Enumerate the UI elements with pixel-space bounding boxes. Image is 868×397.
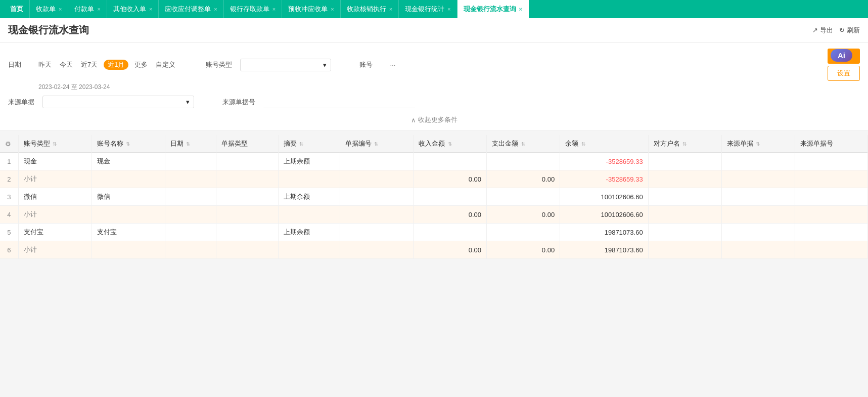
table-row: 1 现金 现金 上期余额 -3528659.33 [0, 153, 868, 170]
nav-item-ar-ap-adjust[interactable]: 应收应付调整单 × [159, 0, 223, 18]
date-btn-more[interactable]: 更多 [132, 60, 150, 70]
sort-arrows-account-name[interactable]: ⇅ [126, 141, 130, 147]
sort-arrows-counterpart[interactable]: ⇅ [682, 141, 687, 147]
cell-source-doc [721, 170, 795, 188]
cell-source-doc [721, 188, 795, 206]
cell-doc-type [216, 188, 278, 206]
close-icon[interactable]: × [447, 6, 450, 12]
cell-expense [487, 224, 560, 241]
nav-item-cash-bank-stat[interactable]: 现金银行统计 × [399, 0, 457, 18]
settings-button[interactable]: 设置 [828, 66, 860, 81]
collapse-icon: ∧ [411, 116, 416, 124]
cell-doc-type [216, 153, 278, 170]
row-num: 6 [0, 241, 18, 259]
cell-account-type: 小计 [18, 170, 92, 188]
close-icon[interactable]: × [519, 6, 522, 12]
close-icon[interactable]: × [389, 6, 392, 12]
sort-arrows-balance[interactable]: ⇅ [581, 141, 585, 147]
col-doc-no: 单据编号 ⇅ [340, 135, 413, 153]
table-header-row: ⚙ 账号类型 ⇅ 账号名称 ⇅ 日期 ⇅ 单据类型 摘要 ⇅ 单据编号 ⇅ 收入… [0, 135, 868, 153]
date-btn-1month[interactable]: 近1月 [104, 60, 128, 70]
collapse-bar[interactable]: ∧ 收起更多条件 [8, 113, 860, 126]
nav-item-cash-bank-flow[interactable]: 现金银行流水查询 × [458, 0, 529, 18]
gear-icon[interactable]: ⚙ [5, 140, 11, 148]
col-account-name: 账号名称 ⇅ [92, 135, 165, 153]
cell-account-name: 支付宝 [92, 224, 165, 241]
cell-doc-no [340, 241, 413, 259]
nav-item-receipt[interactable]: 收款单 × [30, 0, 68, 18]
source-doc-select[interactable]: ▾ [42, 96, 194, 108]
sort-arrows-date[interactable]: ⇅ [186, 141, 190, 147]
date-shortcuts: 昨天 今天 近7天 近1月 更多 自定义 [36, 60, 177, 70]
cell-doc-type [216, 206, 278, 224]
nav-item-other-income[interactable]: 其他收入单 × [107, 0, 159, 18]
col-gear: ⚙ [0, 135, 18, 153]
cell-source-doc [721, 206, 795, 224]
close-icon[interactable]: × [149, 6, 152, 12]
table-row: 3 微信 微信 上期余额 100102606.60 [0, 188, 868, 206]
close-icon[interactable]: × [97, 6, 100, 12]
sort-arrows-account-type[interactable]: ⇅ [53, 141, 57, 147]
sort-arrows-doc-no[interactable]: ⇅ [374, 141, 378, 147]
refresh-button[interactable]: ↻ 刷新 [839, 26, 860, 35]
col-account-type: 账号类型 ⇅ [18, 135, 92, 153]
row-num: 2 [0, 170, 18, 188]
account-type-select[interactable]: ▾ [240, 59, 331, 71]
cell-source-doc [721, 153, 795, 170]
cell-doc-no [340, 170, 413, 188]
close-icon[interactable]: × [214, 6, 217, 12]
col-balance: 余额 ⇅ [560, 135, 648, 153]
export-icon: ↗ [812, 26, 818, 34]
sort-arrows-summary[interactable]: ⇅ [299, 141, 303, 147]
cell-date [165, 241, 216, 259]
cell-account-name: 现金 [92, 153, 165, 170]
export-button[interactable]: ↗ 导出 [812, 26, 833, 35]
sort-arrows-income[interactable]: ⇅ [448, 141, 452, 147]
cell-balance: -3528659.33 [560, 170, 648, 188]
nav-item-receipt-verify[interactable]: 收款核销执行 × [341, 0, 399, 18]
cell-source-doc [721, 224, 795, 241]
cell-counterpart [648, 170, 721, 188]
cell-summary [278, 206, 340, 224]
cell-doc-no [340, 206, 413, 224]
cell-date [165, 188, 216, 206]
date-btn-7days[interactable]: 近7天 [79, 60, 100, 70]
table-row: 6 小计 0.00 0.00 19871073.60 [0, 241, 868, 259]
col-income: 收入金额 ⇅ [413, 135, 486, 153]
nav-item-payment[interactable]: 付款单 × [68, 0, 107, 18]
source-doc-label: 来源单据 [8, 98, 34, 107]
close-icon[interactable]: × [272, 6, 276, 12]
date-btn-yesterday[interactable]: 昨天 [36, 60, 54, 70]
filter-area: 日期 昨天 今天 近7天 近1月 更多 自定义 账号类型 ▾ 账号 ··· 查询… [0, 42, 868, 131]
cell-source-doc-no [795, 170, 867, 188]
sort-arrows-expense[interactable]: ⇅ [521, 141, 525, 147]
cell-summary: 上期余额 [278, 188, 340, 206]
nav-item-prepay-offset[interactable]: 预收冲应收单 × [282, 0, 340, 18]
nav-item-bank-deposit[interactable]: 银行存取款单 × [224, 0, 282, 18]
table-body: 1 现金 现金 上期余额 -3528659.33 2 小计 0.00 0.00 … [0, 153, 868, 259]
cell-source-doc-no [795, 224, 867, 241]
cell-source-doc [721, 241, 795, 259]
cell-expense: 0.00 [487, 241, 560, 259]
cell-doc-no [340, 153, 413, 170]
cell-income: 0.00 [413, 206, 486, 224]
cell-summary [278, 170, 340, 188]
cell-account-name [92, 206, 165, 224]
close-icon[interactable]: × [59, 6, 62, 12]
date-btn-custom[interactable]: 自定义 [154, 60, 177, 70]
source-doc-no-input[interactable] [263, 96, 415, 108]
cell-expense: 0.00 [487, 170, 560, 188]
cell-doc-type [216, 241, 278, 259]
ai-badge[interactable]: Ai [831, 49, 852, 62]
account-dots[interactable]: ··· [390, 61, 395, 69]
date-label: 日期 [8, 60, 28, 69]
close-icon[interactable]: × [331, 6, 334, 12]
account-type-label: 账号类型 [206, 60, 232, 69]
cell-date [165, 170, 216, 188]
nav-item-home[interactable]: 首页 [4, 0, 30, 18]
sort-arrows-source-doc[interactable]: ⇅ [756, 141, 760, 147]
date-btn-today[interactable]: 今天 [58, 60, 75, 70]
cell-expense: 0.00 [487, 206, 560, 224]
cell-account-name [92, 241, 165, 259]
row-num: 5 [0, 224, 18, 241]
